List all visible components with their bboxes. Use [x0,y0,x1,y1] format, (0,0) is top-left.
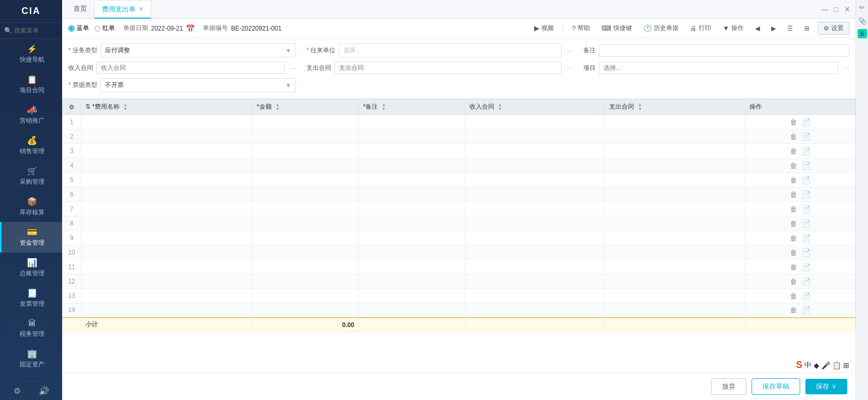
help-btn[interactable]: ? 帮助 [569,23,593,34]
copy-row-icon[interactable]: 📄 [802,219,811,228]
expense-name-cell[interactable] [81,173,253,187]
expense-contract-cell[interactable] [605,115,745,129]
copy-row-icon[interactable]: 📄 [802,190,811,199]
nav-left-btn[interactable]: ◀ [752,24,763,33]
sidebar-item-marketing[interactable]: 📣 营销推广 [0,100,62,130]
sidebar-item-purchase[interactable]: 🛒 采购管理 [0,161,62,191]
copy-row-icon[interactable]: 📄 [802,234,811,242]
remark-cell[interactable] [359,260,465,274]
window-close-icon[interactable]: ✕ [843,5,851,13]
income-contract-cell[interactable] [465,173,605,187]
remark-cell[interactable] [359,231,465,245]
income-contract-cell[interactable] [465,289,605,303]
nav-right-btn[interactable]: ▶ [768,24,779,33]
expense-contract-cell[interactable] [605,231,745,245]
print-btn[interactable]: 🖨 打印 [687,23,714,34]
sidebar-item-salary[interactable]: 💵 工资 [0,374,62,381]
expense-contract-more-icon[interactable]: ··· [567,64,573,72]
amount-cell[interactable] [253,289,359,303]
amount-cell[interactable] [253,158,359,173]
amount-cell[interactable] [253,245,359,260]
expense-name-cell[interactable] [81,289,253,303]
partner-select[interactable]: 选择... [339,43,562,57]
sidebar-item-sales[interactable]: 💰 销售管理 [0,130,62,161]
remark-cell[interactable] [359,173,465,187]
remark-cell[interactable] [359,216,465,231]
window-minimize-icon[interactable]: — [820,5,829,13]
right-attach-icon[interactable]: 📎 [857,16,867,26]
amount-cell[interactable] [253,303,359,318]
expense-contract-cell[interactable] [605,260,745,274]
delete-row-icon[interactable]: 🗑 [790,161,797,170]
shortcuts-btn[interactable]: ⌨ 快捷键 [598,23,635,34]
delete-row-icon[interactable]: 🗑 [790,118,797,126]
settings-bottom-icon[interactable]: ⚙ [13,386,21,396]
sidebar-item-capital[interactable]: 💳 资金管理 [0,222,62,253]
expense-contract-cell[interactable] [605,245,745,260]
income-contract-cell[interactable] [465,158,605,173]
settings-btn[interactable]: ⚙ 设置 [818,22,849,35]
remark-cell[interactable] [359,202,465,216]
income-contract-cell[interactable] [465,144,605,158]
amount-cell[interactable] [253,202,359,216]
delete-row-icon[interactable]: 🗑 [790,277,797,286]
amount-cell[interactable] [253,115,359,129]
delete-row-icon[interactable]: 🗑 [790,147,797,155]
calendar-icon[interactable]: 📅 [186,24,195,33]
amount-sort-arrows[interactable]: ▲▼ [275,103,279,111]
income-contract-cell[interactable] [465,202,605,216]
remark-cell[interactable] [359,289,465,303]
remark-sort-arrows[interactable]: ▲▼ [381,103,386,111]
delete-row-icon[interactable]: 🗑 [790,176,797,184]
amount-cell[interactable] [253,216,359,231]
copy-row-icon[interactable]: 📄 [802,161,811,170]
copy-row-icon[interactable]: 📄 [802,132,811,141]
expense-name-cell[interactable] [81,187,253,202]
expense-contract-sort-arrows[interactable]: ▲▼ [638,103,642,111]
sidebar-item-project-contract[interactable]: 📋 项目合同 [0,69,62,100]
expense-contract-cell[interactable] [605,129,745,144]
expense-contract-cell[interactable] [605,303,745,318]
project-input[interactable] [599,62,838,74]
copy-row-icon[interactable]: 📄 [802,205,811,213]
remark-cell[interactable] [359,187,465,202]
tab-close-icon[interactable]: ✕ [139,6,143,12]
remark-cell[interactable] [359,274,465,289]
tab-expense-voucher[interactable]: 费用支出单 ✕ [94,0,151,19]
income-contract-input[interactable] [96,62,285,74]
income-contract-sort-arrows[interactable]: ▲▼ [498,103,502,111]
history-btn[interactable]: 🕐 历史单据 [640,23,682,34]
audio-bottom-icon[interactable]: 🔊 [39,386,49,396]
income-contract-cell[interactable] [465,231,605,245]
amount-cell[interactable] [253,187,359,202]
expense-name-cell[interactable] [81,115,253,129]
list-view-btn[interactable]: ☰ [784,24,796,33]
copy-row-icon[interactable]: 📄 [802,306,811,314]
delete-row-icon[interactable]: 🗑 [790,292,797,300]
amount-cell[interactable] [253,129,359,144]
expense-name-cell[interactable] [81,216,253,231]
remark-cell[interactable] [359,303,465,318]
remark-cell[interactable] [359,129,465,144]
grid-view-btn[interactable]: ⊞ [801,24,813,33]
window-maximize-icon[interactable]: □ [832,5,840,13]
income-contract-cell[interactable] [465,303,605,318]
delete-row-icon[interactable]: 🗑 [790,248,797,257]
expense-name-cell[interactable] [81,202,253,216]
income-contract-cell[interactable] [465,216,605,231]
expense-contract-cell[interactable] [605,289,745,303]
sidebar-item-assets[interactable]: 🏢 固定资产 [0,344,62,374]
table-settings-icon[interactable]: ⚙ [63,99,81,115]
expense-name-cell[interactable] [81,158,253,173]
income-contract-cell[interactable] [465,260,605,274]
expense-name-cell[interactable] [81,245,253,260]
amount-cell[interactable] [253,231,359,245]
expense-name-cell[interactable] [81,231,253,245]
copy-row-icon[interactable]: 📄 [802,176,811,184]
income-contract-cell[interactable] [465,245,605,260]
project-more-icon[interactable]: ··· [843,64,849,72]
expense-name-cell[interactable] [81,260,253,274]
copy-row-icon[interactable]: 📄 [802,263,811,271]
right-green-icon[interactable]: S [858,29,867,38]
copy-row-icon[interactable]: 📄 [802,292,811,300]
